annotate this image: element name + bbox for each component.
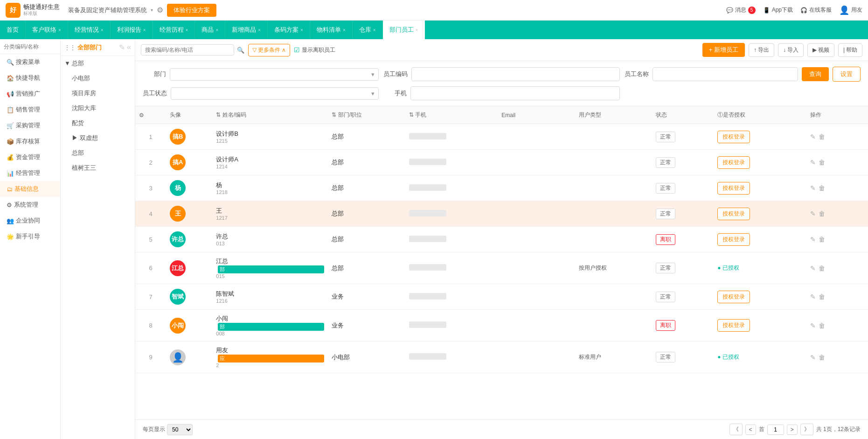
status-filter-select[interactable]: ▾ (171, 87, 379, 100)
sidebar-search-input[interactable] (4, 43, 61, 50)
online-service-btn[interactable]: 🎧 在线客服 (800, 6, 832, 14)
view-btn[interactable]: ▶ 视频 (807, 43, 834, 57)
delete-btn-2[interactable]: 🗑 (819, 184, 825, 192)
row-auth-7[interactable]: 授权登录 (714, 310, 806, 341)
row-auth-3[interactable]: 授权登录 (714, 201, 806, 227)
sidebar-item-搜索菜单[interactable]: 🔍 搜索菜单 (0, 54, 60, 70)
nav-tab-close-6[interactable]: × (258, 28, 261, 33)
user-btn[interactable]: 👤 用友 (839, 5, 862, 15)
edit-btn-5[interactable]: ✎ (810, 265, 816, 272)
edit-btn-8[interactable]: ✎ (810, 354, 816, 361)
delete-btn-4[interactable]: 🗑 (819, 236, 825, 243)
row-auth-0[interactable]: 授权登录 (714, 124, 806, 150)
edit-btn-3[interactable]: ✎ (810, 210, 816, 217)
auth-btn-2[interactable]: 授权登录 (717, 182, 750, 195)
nav-tab-close-2[interactable]: × (101, 28, 104, 33)
sidebar-item-企业协同[interactable]: 👥 企业协同 (0, 213, 60, 229)
nav-tab-1[interactable]: 客户联络 × (26, 21, 68, 39)
dept-tree-item-5[interactable]: ▶ 双虚想 (61, 131, 135, 146)
auth-btn-3[interactable]: 授权登录 (717, 208, 750, 220)
nav-tab-7[interactable]: 条码方案 × (268, 21, 310, 39)
query-btn[interactable]: 查询 (802, 67, 829, 81)
auth-btn-4[interactable]: 授权登录 (717, 233, 750, 246)
edit-btn-6[interactable]: ✎ (810, 293, 816, 300)
import-btn[interactable]: ↓ 导入 (778, 43, 804, 57)
nav-tab-0[interactable]: 首页 (0, 21, 26, 39)
nav-tab-close-10[interactable]: × (416, 28, 418, 33)
nav-tab-close-5[interactable]: × (215, 28, 218, 33)
nav-tab-9[interactable]: 仓库 × (353, 21, 383, 39)
delete-btn-6[interactable]: 🗑 (819, 293, 825, 300)
sidebar-item-销售管理[interactable]: 📋 销售管理 (0, 102, 60, 118)
more-filter-btn[interactable]: ▽ 更多条件 ∧ (248, 44, 290, 56)
nav-tab-close-1[interactable]: × (58, 28, 61, 33)
nav-tab-10[interactable]: 部门员工 × (383, 21, 425, 39)
edit-btn-4[interactable]: ✎ (810, 236, 816, 243)
sidebar-item-经营管理[interactable]: 📊 经营管理 (0, 165, 60, 181)
empname-filter-input[interactable] (653, 67, 798, 81)
sidebar-item-系统管理[interactable]: ⚙ 系统管理 (0, 197, 60, 213)
app-download-btn[interactable]: 📱 App下载 (763, 6, 793, 14)
system-title-dropdown[interactable]: ▾ (151, 7, 153, 13)
dept-tree-item-2[interactable]: 项目库房 (61, 86, 135, 101)
trial-button[interactable]: 体验行业方案 (167, 4, 216, 17)
edit-btn-0[interactable]: ✎ (810, 133, 816, 140)
dept-filter-select[interactable]: ▾ (170, 68, 379, 81)
nav-tab-3[interactable]: 利润报告 × (111, 21, 153, 39)
dept-tree-item-3[interactable]: 沈阳大库 (61, 101, 135, 116)
row-auth-6[interactable]: 授权登录 (714, 284, 806, 310)
nav-tab-close-4[interactable]: × (186, 28, 188, 33)
sidebar-item-新手引导[interactable]: 🌟 新手引导 (0, 229, 60, 244)
dept-tree-item-1[interactable]: 小电部 (61, 71, 135, 86)
sidebar-item-基础信息[interactable]: 🗂 基础信息 (0, 181, 60, 197)
edit-btn-7[interactable]: ✎ (810, 322, 816, 329)
all-dept-btn[interactable]: ⋮⋮ 全部部门 (64, 43, 102, 52)
show-resigned-toggle[interactable]: ☑ 显示离职员工 (294, 46, 335, 54)
last-page-btn[interactable]: 》 (800, 424, 813, 435)
settings-icon[interactable]: ⚙ (139, 112, 144, 118)
sidebar-item-营销推广[interactable]: 📢 营销推广 (0, 86, 60, 102)
empcode-filter-input[interactable] (411, 67, 619, 81)
page-number-input[interactable] (767, 425, 784, 435)
phone-filter-input[interactable] (410, 86, 619, 100)
delete-btn-3[interactable]: 🗑 (819, 210, 825, 217)
delete-btn-5[interactable]: 🗑 (819, 265, 825, 272)
gear-icon[interactable]: ⚙ (157, 6, 163, 14)
per-page-select[interactable]: 50 20 100 (167, 424, 193, 435)
next-page-btn[interactable]: > (787, 425, 798, 435)
sidebar-item-采购管理[interactable]: 🛒 采购管理 (0, 118, 60, 133)
auth-btn-0[interactable]: 授权登录 (717, 131, 750, 143)
dept-tree-item-0[interactable]: ▼ 总部 (61, 56, 135, 71)
delete-btn-1[interactable]: 🗑 (819, 159, 825, 166)
delete-btn-0[interactable]: 🗑 (819, 133, 825, 140)
prev-page-btn[interactable]: < (745, 425, 756, 435)
edit-btn-1[interactable]: ✎ (810, 159, 816, 166)
delete-btn-8[interactable]: 🗑 (819, 354, 825, 361)
edit-btn-2[interactable]: ✎ (810, 184, 816, 192)
nav-tab-6[interactable]: 新增商品 × (225, 21, 268, 39)
nav-tab-close-8[interactable]: × (343, 28, 346, 33)
nav-tab-close-9[interactable]: × (373, 28, 376, 33)
add-employee-btn[interactable]: + 新增员工 (702, 43, 745, 57)
row-auth-2[interactable]: 授权登录 (714, 175, 806, 201)
message-btn[interactable]: 💬 消息 5 (726, 6, 756, 14)
export-btn[interactable]: ↑ 导出 (749, 43, 774, 57)
dept-add-icon[interactable]: ✎ (119, 43, 125, 52)
help-btn[interactable]: | 帮助 (838, 43, 862, 57)
set-btn[interactable]: 设置 (833, 67, 861, 82)
dept-tree-item-4[interactable]: 配货 (61, 116, 135, 131)
sidebar-item-快捷导航[interactable]: 🏠 快捷导航 (0, 70, 60, 86)
nav-tab-5[interactable]: 商品 × (195, 21, 225, 39)
dept-collapse-icon[interactable]: « (127, 43, 131, 52)
auth-btn-7[interactable]: 授权登录 (717, 319, 750, 332)
row-auth-4[interactable]: 授权登录 (714, 227, 806, 252)
auth-btn-1[interactable]: 授权登录 (717, 156, 750, 169)
row-auth-1[interactable]: 授权登录 (714, 150, 806, 175)
delete-btn-7[interactable]: 🗑 (819, 322, 825, 329)
nav-tab-4[interactable]: 经营历程 × (153, 21, 195, 39)
dept-tree-item-6[interactable]: 总部 (61, 146, 135, 160)
first-page-btn[interactable]: 《 (729, 424, 743, 435)
nav-tab-close-7[interactable]: × (300, 28, 303, 33)
auth-btn-6[interactable]: 授权登录 (717, 291, 750, 303)
nav-tab-close-3[interactable]: × (143, 28, 146, 33)
